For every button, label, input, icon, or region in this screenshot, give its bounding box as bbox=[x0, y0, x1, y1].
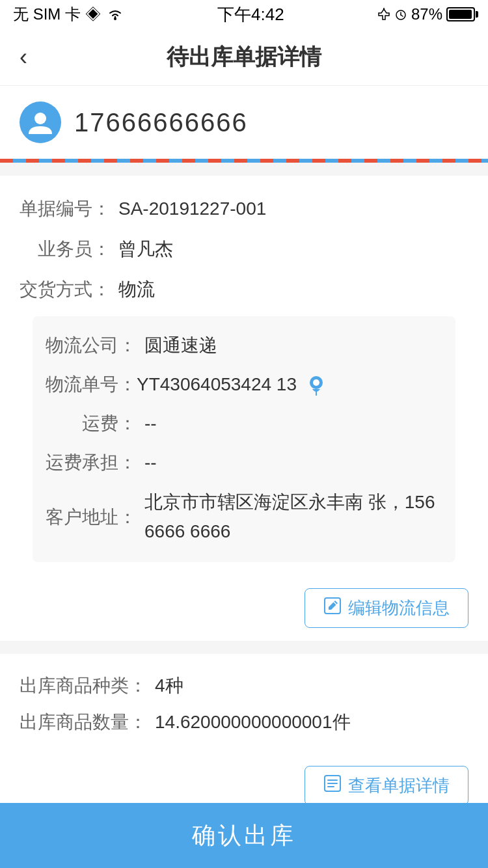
goods-types-row: 出库商品种类： 4种 bbox=[20, 673, 468, 698]
address-label: 客户地址： bbox=[46, 504, 137, 531]
delivery-label: 交货方式： bbox=[20, 276, 111, 303]
freight-bear-value: -- bbox=[144, 449, 442, 476]
section-divider bbox=[0, 641, 488, 654]
freight-row: 运费： -- bbox=[46, 410, 442, 437]
freight-bear-row: 运费承担： -- bbox=[46, 449, 442, 476]
logistics-company-value: 圆通速递 bbox=[144, 332, 442, 359]
goods-quantity-label: 出库商品数量： bbox=[20, 710, 147, 735]
svg-point-5 bbox=[34, 113, 46, 124]
customer-phone: 17666666666 bbox=[74, 108, 248, 137]
avatar bbox=[20, 102, 61, 143]
goods-types-value: 4种 bbox=[155, 673, 183, 698]
logistics-company-row: 物流公司： 圆通速递 bbox=[46, 332, 442, 359]
customer-section: 17666666666 bbox=[0, 86, 488, 159]
sim-text: 无 SIM 卡 ◈ bbox=[13, 4, 101, 25]
back-button[interactable]: ‹ bbox=[20, 44, 27, 71]
salesman-value: 曾凡杰 bbox=[118, 236, 468, 263]
tracking-label: 物流单号： bbox=[46, 371, 137, 398]
location-icon bbox=[377, 8, 390, 21]
goods-quantity-value: 14.620000000000001件 bbox=[155, 710, 351, 735]
goods-section: 出库商品种类： 4种 出库商品数量： 14.620000000000001件 bbox=[0, 654, 488, 759]
status-bar: 无 SIM 卡 ◈ 下午4:42 87% bbox=[0, 0, 488, 29]
address-value: 北京市市辖区海淀区永丰南 张，156 6666 6666 bbox=[144, 488, 442, 547]
status-right: 87% bbox=[377, 5, 475, 23]
svg-point-0 bbox=[114, 18, 116, 20]
confirm-button[interactable]: 确认出库 bbox=[0, 803, 488, 868]
delivery-row: 交货方式： 物流 bbox=[20, 276, 468, 303]
edit-logistics-label: 编辑物流信息 bbox=[348, 597, 450, 619]
svg-line-4 bbox=[401, 15, 403, 16]
time-display: 下午4:42 bbox=[217, 3, 284, 26]
delivery-value: 物流 bbox=[118, 276, 468, 303]
wifi-icon bbox=[106, 8, 124, 21]
view-detail-button[interactable]: 查看单据详情 bbox=[305, 766, 468, 806]
nav-bar: ‹ 待出库单据详情 bbox=[0, 29, 488, 86]
logistics-card: 物流公司： 圆通速递 物流单号： YT43064053424 13 运费： --… bbox=[33, 316, 455, 562]
salesman-label: 业务员： bbox=[20, 236, 111, 263]
page-title: 待出库单据详情 bbox=[167, 42, 321, 72]
salesman-row: 业务员： 曾凡杰 bbox=[20, 236, 468, 263]
confirm-btn-label: 确认出库 bbox=[192, 820, 296, 852]
goods-quantity-row: 出库商品数量： 14.620000000000001件 bbox=[20, 710, 468, 735]
battery-percent: 87% bbox=[411, 5, 442, 23]
status-left: 无 SIM 卡 ◈ bbox=[13, 4, 124, 25]
view-detail-label: 查看单据详情 bbox=[348, 774, 450, 797]
alarm-icon bbox=[394, 8, 407, 21]
tracking-location-icon bbox=[305, 373, 328, 396]
order-number-label: 单据编号： bbox=[20, 195, 111, 223]
dashed-divider bbox=[0, 159, 488, 163]
goods-types-label: 出库商品种类： bbox=[20, 673, 147, 698]
edit-btn-row: 编辑物流信息 bbox=[0, 575, 488, 641]
battery-fill bbox=[449, 10, 472, 19]
freight-value: -- bbox=[144, 410, 442, 437]
tracking-row: 物流单号： YT43064053424 13 bbox=[46, 371, 442, 398]
address-row: 客户地址： 北京市市辖区海淀区永丰南 张，156 6666 6666 bbox=[46, 488, 442, 547]
order-info-section: 单据编号： SA-20191227-001 业务员： 曾凡杰 交货方式： 物流 … bbox=[0, 176, 488, 575]
edit-icon bbox=[323, 597, 342, 619]
edit-logistics-button[interactable]: 编辑物流信息 bbox=[305, 588, 468, 628]
svg-point-7 bbox=[313, 379, 319, 386]
detail-icon bbox=[323, 774, 342, 797]
freight-label: 运费： bbox=[46, 410, 137, 437]
order-number-row: 单据编号： SA-20191227-001 bbox=[20, 195, 468, 223]
tracking-value: YT43064053424 13 bbox=[137, 371, 297, 398]
order-number-value: SA-20191227-001 bbox=[118, 195, 468, 223]
freight-bear-label: 运费承担： bbox=[46, 449, 137, 476]
logistics-company-label: 物流公司： bbox=[46, 332, 137, 359]
battery-icon bbox=[446, 7, 475, 21]
tracking-value-row: YT43064053424 13 bbox=[137, 371, 328, 398]
